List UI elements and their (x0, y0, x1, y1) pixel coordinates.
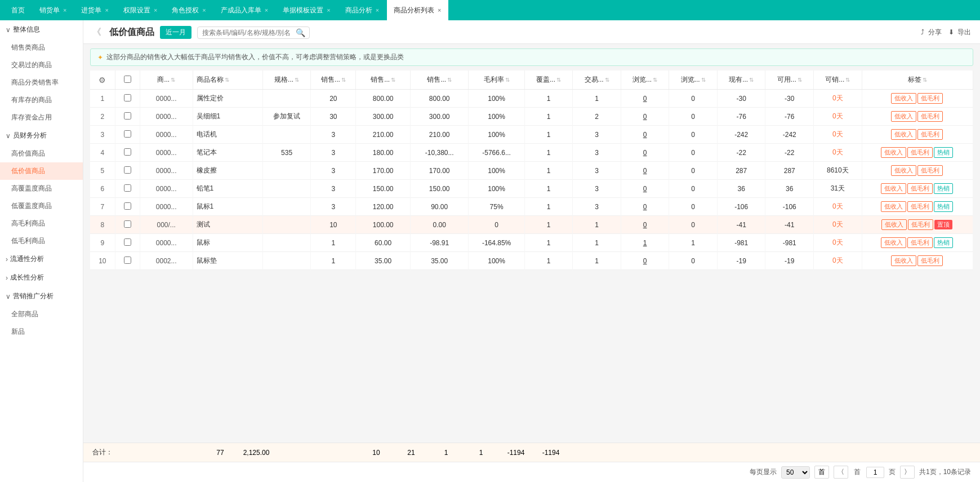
sort-icon[interactable]: ⇅ (556, 77, 561, 83)
nav-product-inbound[interactable]: 产成品入库单 × (214, 0, 275, 20)
sidebar-item-category-sales[interactable]: 商品分类销售率 (0, 74, 83, 91)
row-checkbox-cell[interactable] (115, 198, 140, 216)
close-icon[interactable]: × (202, 7, 206, 14)
row-checkbox-cell[interactable] (115, 108, 140, 126)
sort-icon[interactable]: ⇅ (447, 77, 452, 83)
per-page-select[interactable]: 50 100 200 (781, 466, 810, 479)
browse1-cell[interactable]: 0 (621, 180, 669, 198)
nav-template-settings[interactable]: 单据模板设置 × (276, 0, 337, 20)
row-checkbox-cell[interactable] (115, 180, 140, 198)
sidebar-section-growth[interactable]: › 成长性分析 (0, 268, 83, 287)
close-icon[interactable]: × (63, 7, 66, 14)
sidebar-section-finance[interactable]: ∨ 员财务分析 (0, 126, 83, 145)
row-checkbox-cell[interactable] (115, 90, 140, 108)
sidebar-item-high-value[interactable]: 高价值商品 (0, 145, 83, 162)
row-checkbox-cell[interactable] (115, 234, 140, 252)
select-all-checkbox[interactable] (124, 76, 131, 83)
browse1-cell[interactable]: 0 (621, 162, 669, 180)
page-input[interactable] (866, 467, 884, 478)
browse1-link[interactable]: 0 (643, 113, 647, 121)
sort-icon[interactable]: ⇅ (798, 77, 802, 83)
col-browse2-header[interactable]: 浏览...⇅ (669, 70, 718, 90)
browse1-cell[interactable]: 0 (621, 108, 669, 126)
sort-icon[interactable]: ⇅ (341, 77, 346, 83)
browse1-link[interactable]: 0 (643, 131, 647, 139)
sidebar-section-overall[interactable]: ∨ 整体信息 (0, 20, 83, 39)
row-checkbox[interactable] (124, 220, 131, 228)
browse1-link[interactable]: 0 (643, 95, 647, 103)
col-code-header[interactable]: 商...⇅ (140, 70, 193, 90)
nav-role-auth[interactable]: 角色授权 × (165, 0, 212, 20)
sidebar-item-all-products[interactable]: 全部商品 (0, 306, 83, 323)
close-icon[interactable]: × (105, 7, 108, 14)
nav-product-analysis[interactable]: 商品分析 × (338, 0, 386, 20)
sidebar-item-inventory-capital[interactable]: 库存资金占用 (0, 109, 83, 126)
export-button[interactable]: ⬇ 导出 (948, 28, 971, 37)
col-margin-header[interactable]: 毛利率⇅ (469, 70, 524, 90)
nav-permissions[interactable]: 权限设置 × (117, 0, 164, 20)
next-page-button[interactable]: 〉 (900, 466, 915, 479)
sidebar-section-circulation[interactable]: › 流通性分析 (0, 250, 83, 268)
browse1-cell[interactable]: 1 (621, 234, 669, 252)
sidebar-collapse-btn[interactable]: 《 (92, 26, 101, 38)
sort-icon[interactable]: ⇅ (845, 77, 850, 83)
col-checkbox[interactable] (115, 70, 140, 90)
row-checkbox[interactable] (124, 257, 131, 264)
sort-icon[interactable]: ⇅ (653, 77, 657, 83)
sort-icon[interactable]: ⇅ (295, 77, 299, 83)
sidebar-item-high-coverage[interactable]: 高覆盖度商品 (0, 180, 83, 197)
sort-icon[interactable]: ⇅ (701, 77, 706, 83)
col-available-header[interactable]: 可用...⇅ (765, 70, 814, 90)
row-checkbox-cell[interactable] (115, 252, 140, 270)
row-checkbox[interactable] (124, 148, 131, 156)
browse1-link[interactable]: 0 (643, 221, 647, 229)
row-checkbox[interactable] (124, 94, 131, 101)
browse1-cell[interactable]: 0 (621, 144, 669, 162)
nav-home[interactable]: 首页 (5, 0, 32, 20)
browse1-link[interactable]: 0 (643, 257, 647, 265)
col-stock-header[interactable]: 现有...⇅ (717, 70, 765, 90)
row-checkbox[interactable] (124, 202, 131, 210)
nav-sales-order[interactable]: 销货单 × (33, 0, 73, 20)
sort-icon[interactable]: ⇅ (505, 77, 510, 83)
prev-page-button[interactable]: 〈 (834, 466, 848, 479)
row-checkbox[interactable] (124, 184, 131, 192)
sort-icon[interactable]: ⇅ (225, 77, 229, 83)
row-checkbox-cell[interactable] (115, 144, 140, 162)
sort-icon[interactable]: ⇅ (605, 77, 609, 83)
sidebar-item-new-products[interactable]: 新品 (0, 323, 83, 341)
sidebar-item-sales-products[interactable]: 销售类商品 (0, 39, 83, 56)
sidebar-item-stocked-products[interactable]: 有库存的商品 (0, 91, 83, 109)
sidebar-item-low-coverage[interactable]: 低覆盖度商品 (0, 197, 83, 215)
row-checkbox[interactable] (124, 130, 131, 138)
nav-purchase-order[interactable]: 进货单 × (74, 0, 115, 20)
row-checkbox-cell[interactable] (115, 162, 140, 180)
col-gear[interactable]: ⚙ (90, 70, 115, 90)
share-button[interactable]: ⤴ 分享 (921, 28, 941, 37)
first-page-button[interactable]: 首 (814, 466, 829, 479)
browse1-link[interactable]: 0 (643, 185, 647, 193)
col-price-header[interactable]: 销售...⇅ (356, 70, 411, 90)
sidebar-item-low-margin[interactable]: 低毛利商品 (0, 232, 83, 250)
col-saleable-header[interactable]: 可销...⇅ (814, 70, 862, 90)
sort-icon[interactable]: ⇅ (391, 77, 395, 83)
col-transaction-header[interactable]: 交易...⇅ (573, 70, 621, 90)
sidebar-item-traded-products[interactable]: 交易过的商品 (0, 56, 83, 74)
row-checkbox[interactable] (124, 166, 131, 174)
col-cost-header[interactable]: 销售...⇅ (410, 70, 468, 90)
col-qty-header[interactable]: 销售...⇅ (311, 70, 356, 90)
period-button[interactable]: 近一月 (160, 26, 191, 39)
sidebar-item-high-margin[interactable]: 高毛利商品 (0, 215, 83, 232)
sidebar-item-low-value[interactable]: 低价值商品 (0, 162, 83, 180)
close-icon[interactable]: × (376, 7, 379, 14)
browse1-cell[interactable]: 0 (621, 252, 669, 270)
sort-icon[interactable]: ⇅ (923, 77, 927, 83)
search-input[interactable] (197, 26, 310, 39)
nav-product-analysis-list[interactable]: 商品分析列表 × (387, 0, 448, 20)
browse1-link[interactable]: 0 (643, 203, 647, 211)
browse1-cell[interactable]: 0 (621, 90, 669, 108)
browse1-link[interactable]: 1 (643, 239, 647, 247)
col-coverage-header[interactable]: 覆盖...⇅ (524, 70, 573, 90)
close-icon[interactable]: × (154, 7, 157, 14)
settings-icon[interactable]: ⚙ (99, 76, 106, 85)
